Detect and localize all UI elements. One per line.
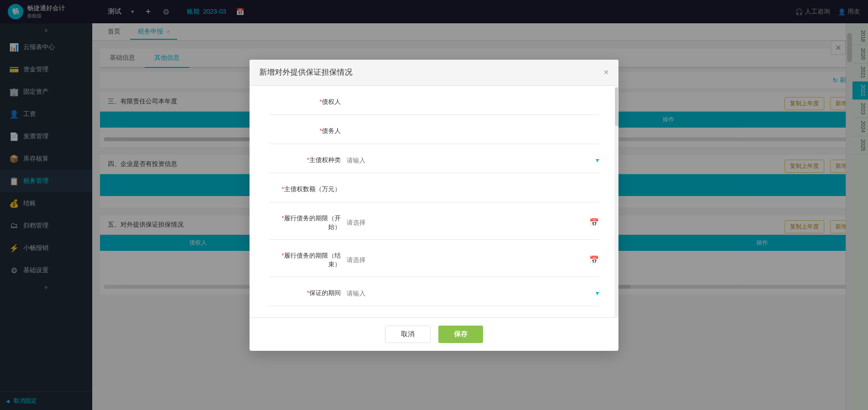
modal-scrollbar[interactable]	[615, 87, 618, 318]
period-end-wrapper: 📅	[347, 255, 599, 264]
form-row-creditor: *债权人	[269, 98, 599, 115]
guarantee-period-input[interactable]	[347, 289, 596, 298]
claim-type-label: *主债权种类	[269, 156, 347, 164]
modal-overlay: 新增对外提供保证担保情况 × *债权人 *债务人 *主债权种类	[0, 0, 868, 410]
cancel-button[interactable]: 取消	[385, 326, 431, 343]
form-row-guarantee-period: *保证的期间 ▾	[269, 289, 599, 306]
modal-title: 新增对外提供保证担保情况	[259, 67, 352, 78]
claim-amount-input[interactable]	[347, 185, 599, 194]
creditor-label: *债权人	[269, 98, 347, 106]
save-button[interactable]: 保存	[438, 326, 483, 343]
form-row-claim-amount: *主债权数额（万元）	[269, 185, 599, 202]
claim-type-select-wrapper: ▾	[347, 156, 599, 165]
modal-scrollbar-thumb	[615, 87, 618, 126]
debtor-label: *债务人	[269, 127, 347, 135]
modal-header: 新增对外提供保证担保情况 ×	[250, 60, 618, 86]
guarantee-period-chevron-icon[interactable]: ▾	[596, 289, 599, 297]
period-start-cal-icon[interactable]: 📅	[589, 218, 599, 227]
form-row-claim-type: *主债权种类 ▾	[269, 156, 599, 173]
modal-dialog: 新增对外提供保证担保情况 × *债权人 *债务人 *主债权种类	[250, 60, 618, 351]
claim-type-input[interactable]	[347, 156, 596, 165]
creditor-input[interactable]	[347, 98, 599, 107]
form-row-period-start: *履行债务的期限（开始） 📅	[269, 214, 599, 240]
form-row-period-end: *履行债务的期限（结束） 📅	[269, 251, 599, 277]
period-end-label: *履行债务的期限（结束）	[269, 251, 347, 269]
claim-amount-label: *主债权数额（万元）	[269, 185, 347, 194]
form-row-debtor: *债务人	[269, 127, 599, 144]
period-start-label: *履行债务的期限（开始）	[269, 214, 347, 231]
period-end-cal-icon[interactable]: 📅	[589, 255, 599, 264]
modal-footer: 取消 保存	[250, 317, 618, 351]
guarantee-period-select-wrapper: ▾	[347, 289, 599, 298]
guarantee-period-label: *保证的期间	[269, 289, 347, 297]
debtor-input[interactable]	[347, 127, 599, 136]
period-start-input[interactable]	[347, 218, 589, 227]
claim-type-chevron-icon[interactable]: ▾	[596, 156, 599, 164]
period-end-input[interactable]	[347, 255, 589, 264]
period-start-wrapper: 📅	[347, 218, 599, 227]
modal-close-button[interactable]: ×	[603, 67, 609, 78]
modal-body: *债权人 *债务人 *主债权种类 ▾	[250, 86, 618, 317]
